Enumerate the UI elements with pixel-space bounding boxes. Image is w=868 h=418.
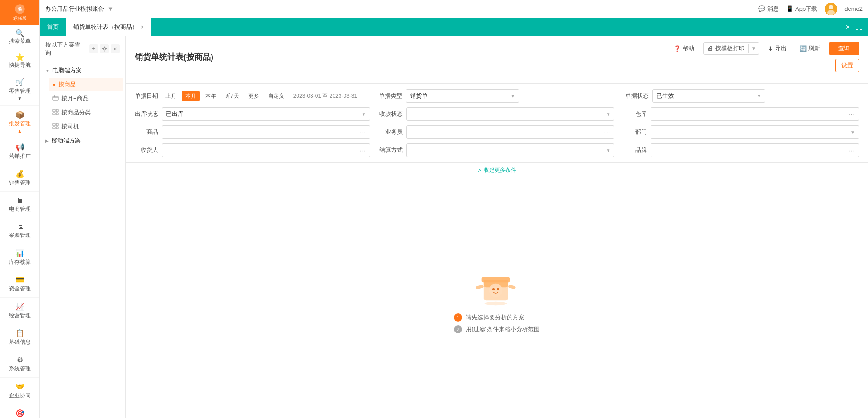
out-status-label: 出库状态 [135, 110, 158, 118]
username[interactable]: demo2 [844, 5, 863, 12]
month-product-icon [52, 95, 59, 103]
sidebar-item-enterprise[interactable]: 🤝 企业协同 [0, 378, 39, 404]
settings-icon [102, 46, 107, 52]
sidebar-item-system[interactable]: ⚙ 系统管理 [0, 351, 39, 378]
collapse-conditions-btn[interactable]: ∧ 收起更多条件 [126, 163, 868, 178]
product-input[interactable]: ··· [162, 125, 370, 139]
doc-type-arrow: ▼ [510, 94, 515, 99]
print-main-btn[interactable]: 🖨 按模板打印 [704, 43, 748, 54]
svg-point-4 [827, 10, 835, 15]
print-btn-group: 🖨 按模板打印 ▼ [703, 42, 759, 55]
svg-rect-16 [53, 113, 55, 115]
tabbar: 首页 销货单统计表（按商品） × × ⛶ [40, 18, 868, 36]
export-btn[interactable]: ⬇ 导出 [764, 43, 790, 54]
topbar-dropdown-arrow[interactable]: ▼ [108, 5, 113, 12]
tab-home[interactable]: 首页 [40, 18, 66, 36]
receiver-dots: ··· [360, 147, 366, 154]
print-dropdown-btn[interactable]: ▼ [748, 44, 759, 53]
payment-select[interactable]: ▼ [406, 107, 615, 121]
topbar-title: 办公用品行业模拟账套 [45, 5, 104, 13]
date-opt-custom[interactable]: 自定义 [264, 91, 288, 101]
marketing-icon: 📢 [15, 143, 24, 152]
doc-status-label: 单据状态 [625, 92, 649, 100]
sidebar-item-marketing[interactable]: 📢 营销推广 [0, 138, 39, 165]
help-btn[interactable]: ❓ 帮助 [670, 43, 698, 54]
filter-panel-title: 按以下方案查询 [45, 41, 85, 57]
date-opt-this-month[interactable]: 本月 [182, 91, 200, 101]
empty-tip-1: 1 请先选择要分析的方案 [454, 314, 539, 322]
sidebar-item-finance[interactable]: 💳 资金管理 [0, 271, 39, 298]
tree-item-by-product[interactable]: ● 按商品 [49, 78, 123, 91]
empty-tip-2: 2 用[过滤]条件来缩小分析范围 [454, 325, 539, 333]
doc-status-select[interactable]: 已生效 ▼ [652, 89, 765, 103]
tab-active[interactable]: 销货单统计表（按商品） × [66, 18, 151, 36]
sidebar-quick-nav[interactable]: ⭐ 快捷导航 [0, 49, 39, 73]
tab-controls: × ⛶ [844, 22, 868, 32]
sidebar-item-sales[interactable]: 💰 销售管理 [0, 165, 39, 192]
tree-item-by-category[interactable]: 按商品分类 [49, 106, 123, 119]
svg-rect-10 [53, 96, 58, 100]
sidebar-search[interactable]: 🔍 搜索菜单 [0, 25, 39, 49]
sidebar-item-wholesale[interactable]: 📦 批发管理 ▲ [0, 106, 39, 138]
receiver-field: 收货人 ··· [135, 143, 370, 157]
tree-item-by-month-product[interactable]: 按月+商品 [49, 92, 123, 105]
retail-arrow: ▼ [18, 96, 22, 101]
svg-point-26 [492, 288, 495, 290]
salesperson-input[interactable]: ··· [406, 125, 615, 139]
logo-text: 标账版 [13, 15, 27, 22]
receiver-input[interactable]: ··· [162, 143, 370, 157]
message-btn[interactable]: 💬 消息 [758, 5, 779, 13]
filter-panel-settings-btn[interactable] [100, 44, 109, 53]
out-status-select[interactable]: 已出库 ▼ [162, 107, 370, 121]
filter-row-2: 出库状态 已出库 ▼ 收款状态 ▼ 仓库 [135, 107, 859, 121]
sidebar-item-operation[interactable]: 📈 经营管理 [0, 298, 39, 324]
tab-close-btn[interactable]: × [141, 24, 144, 30]
print-icon: 🖨 [708, 45, 713, 52]
date-opt-last-month[interactable]: 上月 [162, 91, 180, 101]
filter-row-4: 收货人 ··· 结算方式 ▼ 品牌 [135, 143, 859, 157]
brand-input[interactable]: ··· [651, 143, 859, 157]
sidebar-item-base[interactable]: 📋 基础信息 [0, 324, 39, 351]
operation-icon: 📈 [15, 302, 24, 311]
settlement-select[interactable]: ▼ [406, 143, 615, 157]
logo-area: 畅 标账版 [0, 0, 39, 25]
dept-select[interactable]: ▼ [651, 125, 859, 139]
category-icon [52, 109, 59, 117]
date-opt-7days[interactable]: 近7天 [222, 91, 243, 101]
sidebar-item-ecommerce[interactable]: 🖥 电商管理 [0, 192, 39, 218]
date-opt-this-year[interactable]: 本年 [202, 91, 220, 101]
salesperson-dots: ··· [604, 129, 611, 136]
refresh-btn[interactable]: 🔄 刷新 [796, 43, 824, 54]
settings-button[interactable]: 设置 [835, 59, 859, 72]
svg-point-5 [104, 48, 106, 50]
sidebar-item-newguide[interactable]: 🎯 新手引导 [0, 404, 39, 418]
tree-group-mobile-header[interactable]: ▶ 移动端方案 [40, 134, 125, 147]
filter-panel-collapse-btn[interactable]: « [111, 44, 120, 53]
date-range: 2023-03-01 至 2023-03-31 [293, 92, 357, 100]
tip-num-1: 1 [454, 314, 462, 322]
tab-close-window-btn[interactable]: × [844, 22, 852, 32]
message-icon: 💬 [758, 5, 765, 12]
filter-panel-add-btn[interactable]: + [89, 44, 98, 53]
tree-group-desktop: ▼ 电脑端方案 ● 按商品 按月+商品 [40, 64, 125, 133]
doc-type-select[interactable]: 销货单 ▼ [406, 89, 519, 103]
retail-icon: 🛒 [15, 78, 24, 86]
filter-row-3: 商品 ··· 业务员 ··· 部门 [135, 125, 859, 139]
sidebar-item-retail[interactable]: 🛒 零售管理 ▼ [0, 73, 39, 106]
empty-tips: 1 请先选择要分析的方案 2 用[过滤]条件来缩小分析范围 [454, 314, 539, 333]
svg-rect-24 [482, 277, 510, 283]
date-opt-more[interactable]: 更多 [245, 91, 263, 101]
query-button[interactable]: 查询 [829, 42, 859, 55]
sidebar-item-inventory[interactable]: 📊 库存核算 [0, 244, 39, 271]
tree-item-by-cashier[interactable]: 按司机 [49, 120, 123, 133]
app-download-btn[interactable]: 📱 App下载 [786, 5, 817, 13]
warehouse-input[interactable]: ··· [651, 107, 859, 121]
payment-label: 收款状态 [379, 110, 403, 118]
brand-label: 品牌 [623, 146, 647, 154]
user-avatar[interactable] [825, 3, 837, 15]
sidebar-item-purchase[interactable]: 🛍 采购管理 [0, 218, 39, 244]
tree-group-desktop-header[interactable]: ▼ 电脑端方案 [40, 64, 125, 77]
filter-tree: ▼ 电脑端方案 ● 按商品 按月+商品 [40, 60, 125, 418]
tab-fullscreen-btn[interactable]: ⛶ [854, 22, 864, 32]
filter-panel-icons: + « [89, 44, 120, 53]
